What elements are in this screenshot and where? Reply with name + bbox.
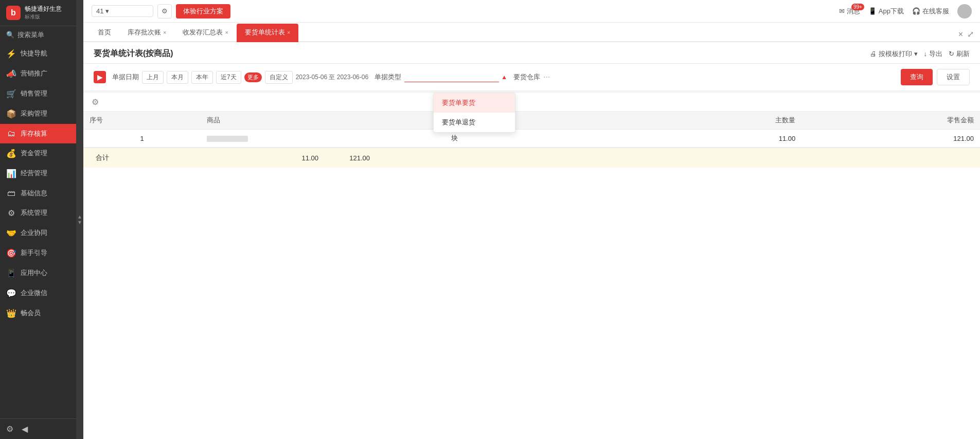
header-row: 序号 商品 主计量单位 主数量 零售金额 (83, 112, 980, 130)
tab-home-label: 首页 (98, 28, 111, 37)
message-icon: ✉ (839, 7, 845, 15)
sidebar-item-finance[interactable]: 💰资金管理 (0, 143, 76, 163)
nav-label-member: 畅会员 (21, 308, 41, 318)
this-month-btn[interactable]: 本月 (167, 71, 188, 84)
online-service-label: 在线客服 (922, 7, 949, 16)
settings-icon[interactable]: ⚙ (6, 424, 13, 434)
sidebar-nav: ⚡快捷导航📣营销推广🛒销售管理📦采购管理🗂库存核算💰资金管理📊经营管理🗃基础信息… (0, 44, 76, 418)
close-window-icon[interactable]: × (958, 30, 963, 39)
export-icon: ↓ (924, 50, 928, 58)
sidebar-bottom: ⚙ ◀ (0, 418, 76, 439)
nav-icon-member: 👑 (6, 308, 16, 318)
tab-order-stat[interactable]: 要货单统计表 × (237, 24, 298, 42)
window-buttons: × ⤢ (958, 29, 974, 41)
dropdown-item-order-return[interactable]: 要货单退货 (434, 113, 515, 132)
online-service-btn[interactable]: 🎧 在线客服 (912, 7, 949, 16)
app-download-label: App下载 (879, 7, 904, 16)
sidebar-item-wechat[interactable]: 💬企业微信 (0, 283, 76, 303)
tab-batch[interactable]: 库存批次账 × (119, 24, 174, 42)
nav-icon-sales: 🛒 (6, 89, 16, 99)
nav-icon-apps: 📱 (6, 268, 16, 278)
search-icon: 🔍 (6, 31, 14, 39)
filter-expand-button[interactable]: ▶ (94, 71, 106, 83)
more-date-btn[interactable]: 更多 (244, 72, 262, 82)
settings-button[interactable]: ⚙ (157, 4, 172, 19)
tab-batch-close[interactable]: × (163, 29, 166, 35)
last-month-btn[interactable]: 上月 (142, 71, 164, 84)
tab-bar: 首页 库存批次账 × 收发存汇总表 × 要货单统计表 × × ⤢ (83, 23, 980, 42)
search-button[interactable]: 查询 (901, 69, 933, 85)
collapse-icon[interactable]: ◀ (22, 424, 28, 434)
nav-icon-purchase: 📦 (6, 109, 16, 119)
filter-setting-button[interactable]: 设置 (937, 69, 970, 85)
page-content: 要货单统计表(按商品) 🖨 按模板打印 ▾ ↓ 导出 ↻ 刷新 (83, 42, 980, 439)
sidebar-search[interactable]: 🔍 搜索菜单 (0, 26, 76, 44)
sidebar: b 畅捷通好生意 标准版 🔍 搜索菜单 ⚡快捷导航📣营销推广🛒销售管理📦采购管理… (0, 0, 76, 439)
cell-goods (201, 130, 445, 148)
logo-icon: b (6, 6, 21, 20)
messages-btn[interactable]: ✉ 消息 99+ (839, 7, 860, 16)
export-label: 导出 (929, 49, 942, 59)
export-action[interactable]: ↓ 导出 (924, 49, 943, 59)
maximize-icon[interactable]: ⤢ (967, 29, 974, 39)
sidebar-item-ops[interactable]: 📊经营管理 (0, 163, 76, 184)
table-toolbar: ⚙ (83, 93, 980, 112)
type-filter-group: 单据类型 ▲ (375, 72, 507, 82)
tab-home[interactable]: 首页 (90, 24, 119, 42)
date-label: 单据日期 (112, 72, 139, 82)
nav-label-sales: 销售管理 (21, 89, 47, 98)
sidebar-item-member[interactable]: 👑畅会员 (0, 303, 76, 323)
warehouse-label: 要货仓库 (513, 72, 540, 82)
nav-icon-system: ⚙ (6, 208, 16, 218)
data-table: 序号 商品 主计量单位 主数量 零售金额 1 块 11.00 121.00 (83, 112, 980, 148)
store-selector[interactable]: 41 ▾ (92, 5, 153, 17)
tab-order-stat-close[interactable]: × (287, 29, 290, 35)
nav-icon-wechat: 💬 (6, 288, 16, 298)
tab-summary-close[interactable]: × (225, 29, 228, 35)
column-settings-icon[interactable]: ⚙ (92, 97, 99, 107)
print-dropdown-icon: ▾ (914, 50, 918, 58)
nav-label-wechat: 企业微信 (21, 288, 47, 298)
filter-bar: ▶ 单据日期 上月 本月 本年 近7天 更多 自定义 2023-05-06 至 … (83, 64, 980, 91)
dropdown-item-order-goods[interactable]: 要货单要货 (434, 93, 515, 113)
scroll-down-icon: ▼ (77, 220, 82, 225)
last-7-days-btn[interactable]: 近7天 (216, 71, 241, 84)
avatar[interactable] (957, 4, 972, 19)
topbar: 41 ▾ ⚙ 体验行业方案 ✉ 消息 99+ 📱 App下载 🎧 在线客服 (83, 0, 980, 23)
table-row: 1 块 11.00 121.00 (83, 130, 980, 148)
dropdown-item-order-goods-label: 要货单要货 (442, 99, 475, 106)
sidebar-item-guide[interactable]: 🎯新手引导 (0, 243, 76, 263)
warehouse-more-icon[interactable]: ··· (543, 72, 550, 82)
sidebar-item-sales[interactable]: 🛒销售管理 (0, 84, 76, 104)
sidebar-item-collab[interactable]: 🤝企业协同 (0, 223, 76, 243)
sidebar-item-apps[interactable]: 📱应用中心 (0, 263, 76, 283)
this-year-btn[interactable]: 本年 (191, 71, 213, 84)
refresh-action[interactable]: ↻ 刷新 (949, 49, 970, 59)
tab-batch-label: 库存批次账 (128, 28, 161, 37)
app-download-btn[interactable]: 📱 App下载 (868, 7, 904, 16)
nav-icon-inventory: 🗂 (6, 129, 16, 138)
nav-icon-collab: 🤝 (6, 228, 16, 238)
sidebar-item-quick-nav[interactable]: ⚡快捷导航 (0, 44, 76, 64)
total-row: 合计 11.00 121.00 (83, 148, 980, 168)
page-title-row: 要货单统计表(按商品) 🖨 按模板打印 ▾ ↓ 导出 ↻ 刷新 (94, 48, 970, 63)
print-icon: 🖨 (870, 50, 877, 58)
data-table-container: ⚙ 序号 商品 主计量单位 主数量 零售金额 1 (83, 93, 980, 439)
print-action[interactable]: 🖨 按模板打印 ▾ (870, 49, 918, 59)
cell-qty: 11.00 (654, 130, 801, 148)
sidebar-item-base[interactable]: 🗃基础信息 (0, 184, 76, 203)
headset-icon: 🎧 (912, 7, 920, 15)
type-dropdown-arrow[interactable]: ▲ (501, 74, 507, 81)
sidebar-item-marketing[interactable]: 📣营销推广 (0, 64, 76, 84)
sidebar-item-system[interactable]: ⚙系统管理 (0, 203, 76, 223)
custom-date-btn[interactable]: 自定义 (265, 71, 293, 84)
tab-summary[interactable]: 收发存汇总表 × (174, 24, 236, 42)
type-input[interactable] (404, 72, 499, 82)
trial-button[interactable]: 体验行业方案 (176, 4, 230, 19)
sidebar-item-inventory[interactable]: 🗂库存核算 (0, 124, 76, 143)
cell-amount: 121.00 (801, 130, 980, 148)
sidebar-scroll[interactable]: ▲ ▼ (76, 0, 83, 439)
nav-label-marketing: 营销推广 (21, 69, 47, 78)
topbar-left: 41 ▾ ⚙ 体验行业方案 (92, 4, 833, 19)
sidebar-item-purchase[interactable]: 📦采购管理 (0, 104, 76, 124)
